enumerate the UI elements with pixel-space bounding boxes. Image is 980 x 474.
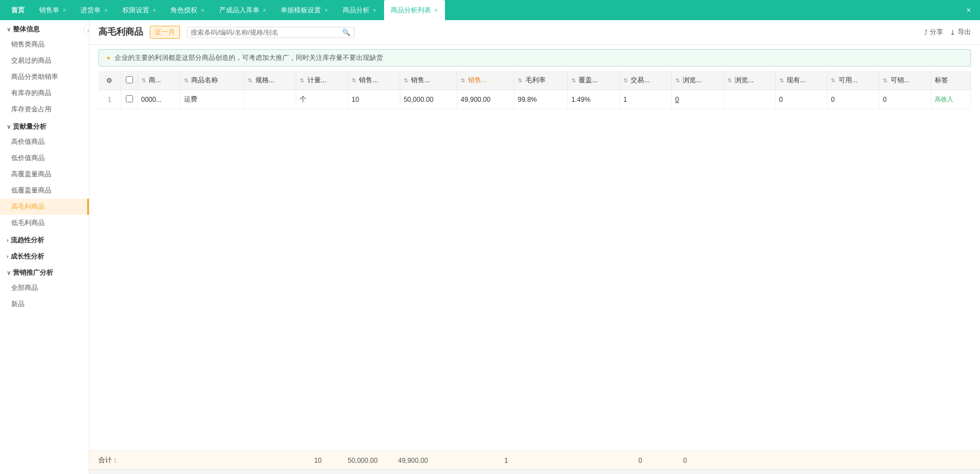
footer-current: 0 (635, 457, 680, 464)
sidebar-group-trend[interactable]: › 流趋性分析 (0, 231, 89, 247)
filter-month-btn[interactable]: 近一月 (150, 26, 180, 39)
sidebar-item-high-value[interactable]: 高价值商品 (0, 134, 89, 150)
sidebar-item-low-coverage[interactable]: 低覆盖量商品 (0, 182, 89, 199)
nav-item-permission[interactable]: 权限设置 × (116, 0, 163, 20)
search-icon[interactable]: 🔍 (342, 29, 351, 36)
row-coverage: 1.49% (568, 90, 620, 109)
row-checkbox-cell (121, 90, 138, 109)
col-coverage-header[interactable]: ⇅ 覆盖... (568, 71, 620, 90)
row-sales-qty: 10 (348, 90, 400, 109)
row-sellable: 0 (879, 90, 931, 109)
notice-icon: ✦ (106, 54, 111, 62)
export-btn[interactable]: ⤓ 导出 (950, 27, 971, 37)
close-analysis-icon[interactable]: × (373, 7, 376, 13)
share-icon: ⤴ (924, 29, 927, 36)
sort-available-icon: ⇅ (831, 77, 835, 83)
row-transactions: 1 (619, 90, 671, 109)
sidebar-item-stock-funds[interactable]: 库存资金占用 (0, 101, 89, 118)
search-input[interactable] (191, 29, 342, 36)
footer-sales-cost: 49,900.00 (395, 457, 445, 464)
col-gross-rate-header[interactable]: ⇅ 毛利率 (514, 71, 568, 90)
content-header: 高毛利商品 近一月 🔍 ⤴ 分享 ⤓ 导出 (89, 20, 980, 45)
arrow-growth: › (7, 254, 8, 260)
table-row: 1 0000... 运费 (98, 90, 971, 109)
table-container[interactable]: ⚙ ⇅ 商... ⇅ 商品名称 (89, 71, 980, 450)
sidebar-item-traded-goods[interactable]: 交易过的商品 (0, 53, 89, 69)
nav-item-template[interactable]: 单据模板设置 × (274, 0, 334, 20)
col-browse1-header[interactable]: ⇅ 浏览... (671, 71, 723, 90)
nav-item-home[interactable]: 首页 (4, 0, 31, 20)
sort-sales-qty-icon: ⇅ (352, 77, 356, 83)
nav-item-analysis-list[interactable]: 商品分析列表 × (384, 0, 444, 20)
notice-text: 企业的主要的利润都是这部分商品创造的，可考虑加大推广，同时关注库存量不要出现缺货 (115, 53, 383, 63)
row-tag: 高收入 (931, 90, 971, 109)
sidebar-item-low-margin[interactable]: 低毛利商品 (0, 215, 89, 231)
bottom-scrollbar[interactable] (89, 470, 980, 474)
sidebar-item-category-rate[interactable]: 商品分类助销率 (0, 69, 89, 85)
col-current-header[interactable]: ⇅ 现有... (775, 71, 827, 90)
sort-coverage-icon: ⇅ (571, 77, 576, 83)
sort-code-icon: ⇅ (141, 77, 146, 83)
arrow-trend: › (7, 237, 8, 243)
col-sales-amt-header[interactable]: ⇅ 销售... (400, 71, 457, 90)
sidebar-item-stocked-goods[interactable]: 有库存的商品 (0, 85, 89, 101)
sidebar-item-high-coverage[interactable]: 高覆盖量商品 (0, 166, 89, 182)
sidebar-group-contribution[interactable]: ∨ 贡献量分析 (0, 118, 89, 134)
col-code-header[interactable]: ⇅ 商... (138, 71, 180, 90)
page-title: 高毛利商品 (98, 26, 143, 38)
sort-current-icon: ⇅ (779, 77, 784, 83)
col-unit-header[interactable]: ⇅ 计量... (296, 71, 348, 90)
nav-item-analysis[interactable]: 商品分析 × (336, 0, 383, 20)
table-header-row: ⚙ ⇅ 商... ⇅ 商品名称 (98, 71, 971, 90)
sidebar-item-low-value[interactable]: 低价值商品 (0, 150, 89, 166)
close-template-icon[interactable]: × (324, 7, 328, 13)
col-sales-qty-header[interactable]: ⇅ 销售... (348, 71, 400, 90)
search-box: 🔍 (187, 27, 354, 38)
select-all-checkbox[interactable] (126, 76, 133, 83)
sort-browse2-icon: ⇅ (727, 77, 732, 83)
col-sellable-header[interactable]: ⇅ 可销... (879, 71, 931, 90)
close-product-storage-icon[interactable]: × (263, 7, 266, 13)
nav-item-role[interactable]: 角色授权 × (164, 0, 211, 20)
sidebar-item-new-goods[interactable]: 新品 (0, 296, 89, 312)
close-sales-icon[interactable]: × (63, 7, 66, 13)
sidebar-group-growth[interactable]: › 成长性分析 (0, 247, 89, 264)
row-checkbox[interactable] (126, 95, 133, 102)
sidebar-item-high-margin[interactable]: 高毛利商品 (0, 199, 89, 215)
col-transactions-header[interactable]: ⇅ 交易... (619, 71, 671, 90)
sort-unit-icon: ⇅ (300, 77, 304, 83)
close-analysis-list-icon[interactable]: × (434, 7, 438, 13)
close-permission-icon[interactable]: × (153, 7, 156, 13)
nav-item-product-storage[interactable]: 产成品入库单 × (212, 0, 273, 20)
nav-item-sales[interactable]: 销售单 × (32, 0, 73, 20)
share-btn[interactable]: ⤴ 分享 (924, 27, 943, 37)
nav-item-purchase[interactable]: 进货单 × (74, 0, 114, 20)
footer-transactions: 1 (501, 457, 546, 464)
col-available-header[interactable]: ⇅ 可用... (827, 71, 879, 90)
close-role-icon[interactable]: × (201, 7, 204, 13)
sidebar-group-overall[interactable]: ∨ 整体信息 (0, 20, 89, 36)
sidebar-group-marketing[interactable]: ∨ 营销推广分析 (0, 264, 89, 280)
sort-name-icon: ⇅ (184, 77, 188, 83)
sidebar-item-all-goods[interactable]: 全部商品 (0, 280, 89, 296)
col-check-header (121, 71, 138, 90)
col-sales-cost-header[interactable]: ⇅ 销售... (457, 71, 514, 90)
row-name: 运费 (180, 90, 244, 109)
col-browse2-header[interactable]: ⇅ 浏览... (723, 71, 775, 90)
window-close-btn[interactable]: × (967, 6, 976, 15)
row-browse1[interactable]: 0 (671, 90, 723, 109)
col-spec-header[interactable]: ⇅ 规格... (244, 71, 296, 90)
footer-sales-amt: 50,000.00 (344, 457, 395, 464)
row-spec (244, 90, 296, 109)
close-purchase-icon[interactable]: × (104, 7, 107, 13)
footer-available: 0 (680, 457, 725, 464)
sort-sales-amt-icon: ⇅ (404, 77, 408, 83)
top-nav: 首页 销售单 × 进货单 × 权限设置 × 角色授权 × 产成品入库单 × 单据… (0, 0, 980, 20)
row-code: 0000... (138, 90, 180, 109)
sidebar-item-sales-goods[interactable]: 销售类商品 (0, 36, 89, 53)
settings-icon[interactable]: ⚙ (106, 77, 112, 85)
sort-spec-icon: ⇅ (248, 77, 252, 83)
col-tag-header: 标签 (931, 71, 971, 90)
col-name-header[interactable]: ⇅ 商品名称 (180, 71, 244, 90)
data-table: ⚙ ⇅ 商... ⇅ 商品名称 (98, 71, 971, 109)
